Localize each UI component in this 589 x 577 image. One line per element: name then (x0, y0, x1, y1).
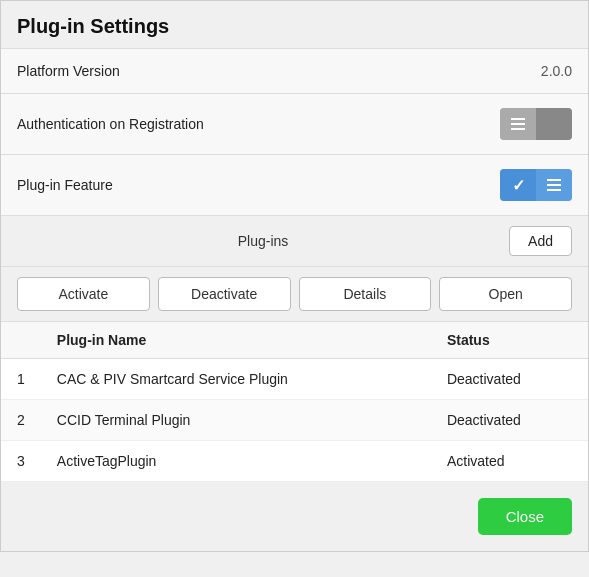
details-button[interactable]: Details (299, 277, 432, 311)
row-num: 2 (1, 400, 41, 441)
table-header-row: Plug-in Name Status (1, 322, 588, 359)
row-plugin-name: CAC & PIV Smartcard Service Plugin (41, 359, 431, 400)
plugin-feature-label: Plug-in Feature (17, 177, 113, 193)
action-buttons-row: Activate Deactivate Details Open (1, 267, 588, 322)
toggle-lines-right-icon (536, 169, 572, 201)
toggle-left-icon (500, 108, 536, 140)
plugins-label: Plug-ins (17, 233, 509, 249)
toggle-lines-icon (511, 118, 525, 130)
plugin-settings-window: Plug-in Settings Platform Version 2.0.0 … (0, 0, 589, 552)
platform-version-value: 2.0.0 (541, 63, 572, 79)
col-status-header: Status (431, 322, 588, 359)
col-num-header (1, 322, 41, 359)
platform-version-row: Platform Version 2.0.0 (1, 49, 588, 94)
deactivate-button[interactable]: Deactivate (158, 277, 291, 311)
table-row[interactable]: 2CCID Terminal PluginDeactivated (1, 400, 588, 441)
table-row[interactable]: 1CAC & PIV Smartcard Service PluginDeact… (1, 359, 588, 400)
checkmark-icon: ✓ (512, 176, 525, 195)
auth-label: Authentication on Registration (17, 116, 204, 132)
toggle-check-icon: ✓ (500, 169, 536, 201)
auth-row: Authentication on Registration (1, 94, 588, 155)
row-plugin-name: CCID Terminal Plugin (41, 400, 431, 441)
toggle-lines-icon2 (547, 179, 561, 191)
open-button[interactable]: Open (439, 277, 572, 311)
toggle-right-icon (536, 108, 572, 140)
footer: Close (1, 482, 588, 551)
plugin-feature-toggle[interactable]: ✓ (500, 169, 572, 201)
col-name-header: Plug-in Name (41, 322, 431, 359)
platform-version-label: Platform Version (17, 63, 120, 79)
plugin-feature-row: Plug-in Feature ✓ (1, 155, 588, 216)
close-button[interactable]: Close (478, 498, 572, 535)
activate-button[interactable]: Activate (17, 277, 150, 311)
row-status: Activated (431, 441, 588, 482)
add-button[interactable]: Add (509, 226, 572, 256)
title-bar: Plug-in Settings (1, 1, 588, 49)
plugin-table: Plug-in Name Status 1CAC & PIV Smartcard… (1, 322, 588, 482)
row-num: 1 (1, 359, 41, 400)
row-num: 3 (1, 441, 41, 482)
table-row[interactable]: 3ActiveTagPluginActivated (1, 441, 588, 482)
page-title: Plug-in Settings (17, 15, 572, 38)
row-status: Deactivated (431, 400, 588, 441)
row-status: Deactivated (431, 359, 588, 400)
row-plugin-name: ActiveTagPlugin (41, 441, 431, 482)
plugins-header: Plug-ins Add (1, 216, 588, 267)
auth-toggle[interactable] (500, 108, 572, 140)
